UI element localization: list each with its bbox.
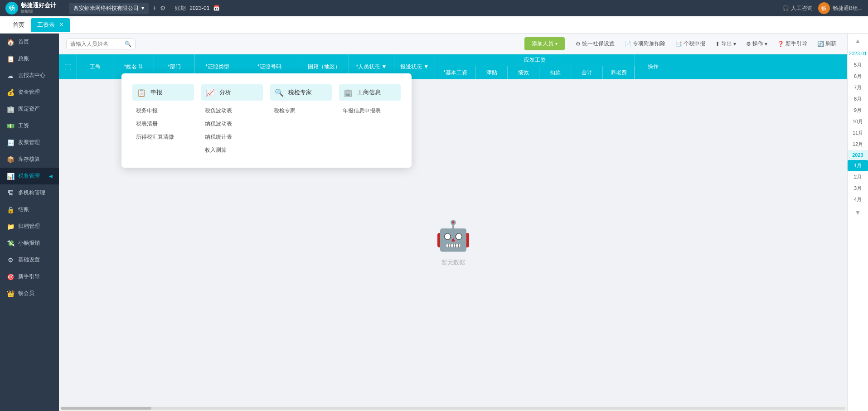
- archive-icon: 📁: [6, 223, 15, 230]
- sidebar-item-ledger[interactable]: 📋 总账: [0, 50, 59, 67]
- tax-report-label: 个税申报: [684, 40, 705, 48]
- cal-month-11[interactable]: 11月: [848, 127, 868, 139]
- refresh-btn[interactable]: 🔄 刷新: [814, 38, 840, 49]
- menu-item-annual-report[interactable]: 年报信息申报表: [339, 104, 401, 117]
- guide-icon: 🎯: [6, 273, 15, 280]
- settings-icon[interactable]: ⚙: [160, 5, 166, 12]
- export-label: 导出: [721, 40, 732, 48]
- avatar: 畅: [818, 2, 830, 14]
- company-dropdown-icon: ▾: [141, 5, 144, 11]
- multi-icon: 🏗: [6, 189, 15, 197]
- scrollbar-thumb[interactable]: [61, 407, 151, 410]
- special-deduction-icon: 📄: [625, 41, 631, 47]
- tax-report-btn[interactable]: 📑 个税申报: [672, 38, 709, 49]
- special-deduction-label: 专项附加扣除: [633, 40, 665, 48]
- menu-item-tax-table[interactable]: 税表清册: [132, 117, 194, 131]
- menu-item-tax-fluctuation[interactable]: 纳税波动表: [201, 117, 263, 131]
- refresh-icon: 🔄: [817, 41, 824, 47]
- cal-month-7[interactable]: 7月: [848, 82, 868, 93]
- menu-section-analysis-header[interactable]: 📈 分析: [201, 84, 263, 101]
- select-all-checkbox[interactable]: [65, 64, 71, 70]
- sidebar-item-invoice[interactable]: 🧾 发票管理: [0, 134, 59, 151]
- cal-month-5[interactable]: 5月: [848, 59, 868, 71]
- refresh-label: 刷新: [825, 40, 836, 48]
- cal-month-12[interactable]: 12月: [848, 139, 868, 150]
- sidebar-item-expense[interactable]: 💸 小畅报销: [0, 235, 59, 251]
- add-employee-btn[interactable]: 添加人员 ▾: [524, 37, 565, 50]
- sidebar-item-salary[interactable]: 💵 工资: [0, 117, 59, 134]
- tab-home[interactable]: 首页: [6, 18, 31, 32]
- cal-month-9[interactable]: 9月: [848, 105, 868, 116]
- sidebar-item-cloud[interactable]: ☁ 云报表中心: [0, 67, 59, 84]
- sidebar-item-guide[interactable]: 🎯 新手引导: [0, 268, 59, 285]
- social-insurance-btn[interactable]: ⚙ 统一社保设置: [572, 38, 618, 49]
- cal-month-3[interactable]: 3月: [848, 183, 868, 194]
- settings-sidebar-icon: ⚙: [6, 256, 15, 264]
- tax-icon: 📊: [6, 173, 15, 180]
- declaration-title: 申报: [150, 88, 162, 97]
- sidebar-item-inventory[interactable]: 📦 库存核算: [0, 151, 59, 168]
- cloud-icon: ☁: [6, 72, 15, 79]
- menu-item-tax-declaration[interactable]: 税务申报: [132, 104, 194, 117]
- cal-month-4[interactable]: 4月: [848, 194, 868, 205]
- menu-item-tax-stats[interactable]: 纳税统计表: [201, 131, 263, 144]
- th-pension: 养老费: [603, 66, 635, 79]
- cal-nav-down[interactable]: ▼: [851, 205, 865, 220]
- tab-bar: 首页 工资表 ✕: [0, 16, 868, 34]
- add-employee-label: 添加人员: [532, 40, 553, 48]
- company-selector[interactable]: 西安虾米网络科技有限公司 ▾: [69, 3, 149, 14]
- search-box[interactable]: 🔍: [66, 39, 136, 49]
- cal-month-8[interactable]: 8月: [848, 93, 868, 105]
- sidebar-item-multi[interactable]: 🏗 多机构管理: [0, 184, 59, 201]
- cal-month-1[interactable]: 1月: [848, 160, 868, 171]
- expense-icon: 💸: [6, 240, 15, 247]
- operation-btn[interactable]: ⚙ 操作 ▾: [742, 38, 771, 49]
- service-btn[interactable]: 🎧 人工咨询: [782, 5, 813, 12]
- menu-item-tax-expert[interactable]: 税检专家: [270, 104, 332, 117]
- menu-section-bizinfo-header[interactable]: 🏢 工商信息: [339, 84, 401, 101]
- tab-close-icon[interactable]: ✕: [59, 22, 63, 28]
- cal-month-2[interactable]: 2月: [848, 171, 868, 183]
- period-area: 账期 2023-01 📅: [175, 5, 220, 12]
- user-area[interactable]: 畅 畅捷通B组...: [818, 2, 863, 14]
- th-operation: 操作: [635, 54, 671, 79]
- export-btn[interactable]: ⬆ 导出 ▾: [712, 38, 740, 49]
- close-accounts-icon: 🔒: [6, 206, 15, 213]
- sidebar-item-close[interactable]: 🔒 结账: [0, 201, 59, 218]
- cal-nav-up[interactable]: ▲: [851, 34, 865, 48]
- sidebar-item-fund[interactable]: 💰 资金管理: [0, 84, 59, 101]
- sidebar-item-tax[interactable]: 📊 税务管理 ◀: [0, 168, 59, 184]
- menu-item-income-tax[interactable]: 所得税汇算清缴: [132, 131, 194, 144]
- expert-title: 税检专家: [288, 88, 312, 97]
- sidebar-label-inventory: 库存核算: [18, 155, 40, 163]
- th-checkbox[interactable]: [59, 54, 77, 79]
- guide-btn[interactable]: ❓ 新手引导: [774, 38, 811, 49]
- sidebar-item-home[interactable]: 🏠 首页: [0, 34, 59, 50]
- cal-month-6[interactable]: 6月: [848, 71, 868, 82]
- cal-month-10[interactable]: 10月: [848, 116, 868, 127]
- sidebar-item-member[interactable]: 👑 畅会员: [0, 285, 59, 302]
- right-calendar: ▲ 2023.01 5月 6月 7月 8月 9月 10月 11月 12月 202…: [847, 34, 868, 411]
- cal-up-arrow[interactable]: ▲: [853, 35, 863, 46]
- special-deduction-btn[interactable]: 📄 专项附加扣除: [621, 38, 669, 49]
- search-input[interactable]: [70, 41, 125, 47]
- logo-icon: 畅: [5, 2, 18, 15]
- cal-down-arrow[interactable]: ▼: [853, 207, 863, 218]
- tab-salary[interactable]: 工资表 ✕: [31, 18, 70, 32]
- scrollbar-area[interactable]: [59, 406, 847, 411]
- sidebar-item-archive[interactable]: 📁 归档管理: [0, 218, 59, 235]
- export-icon: ⬆: [715, 41, 720, 47]
- inventory-icon: 📦: [6, 156, 15, 163]
- sidebar-item-assets[interactable]: 🏢 固定资产: [0, 101, 59, 117]
- calendar-icon[interactable]: 📅: [213, 5, 220, 11]
- menu-item-income-estimate[interactable]: 收入测算: [201, 144, 263, 157]
- sidebar-item-settings[interactable]: ⚙ 基础设置: [0, 251, 59, 268]
- sidebar-label-archive: 归档管理: [18, 222, 40, 230]
- add-company-btn[interactable]: +: [152, 4, 156, 12]
- menu-section-declaration-header[interactable]: 📋 申报: [132, 84, 194, 101]
- menu-item-tax-burden[interactable]: 税负波动表: [201, 104, 263, 117]
- top-bar: 畅 畅捷通好会计 旗舰版 西安虾米网络科技有限公司 ▾ + ⚙ 账期 2023-…: [0, 0, 868, 16]
- salary-icon: 💵: [6, 122, 15, 130]
- menu-section-expert-header[interactable]: 🔍 税检专家: [270, 84, 332, 101]
- empty-text: 暂无数据: [441, 258, 465, 266]
